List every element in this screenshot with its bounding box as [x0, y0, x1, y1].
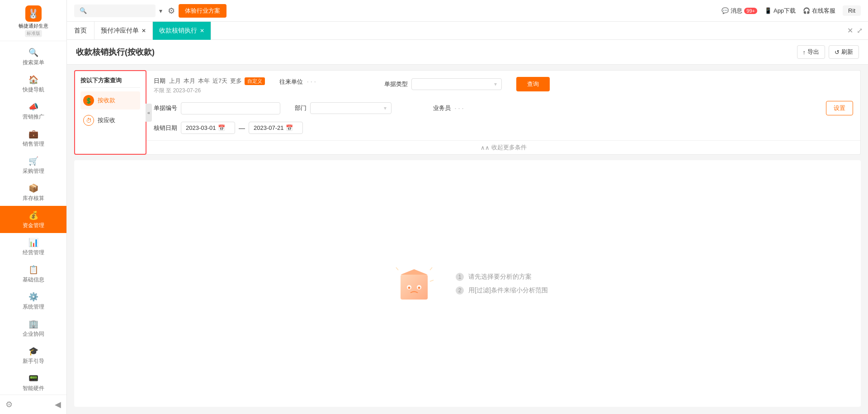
- svg-rect-0: [401, 275, 428, 300]
- date-label-row: 日期 上月 本月 本年 近7天 更多 自定义: [154, 77, 265, 85]
- sidebar-item-funds[interactable]: 💰 资金管理: [0, 206, 66, 233]
- page-content: 收款核销执行(按收款) ↑ 导出 ↺ 刷新 按以下方案查询 💲 按收款: [67, 40, 868, 414]
- tab-expand-icon[interactable]: ⤢: [857, 26, 863, 35]
- date-custom-badge[interactable]: 自定义: [245, 77, 265, 85]
- page-actions: ↑ 导出 ↺ 刷新: [797, 45, 859, 59]
- staff-input[interactable]: ···: [454, 104, 481, 113]
- export-icon: ↑: [803, 49, 806, 56]
- date-shortcut-this-month[interactable]: 本月: [184, 77, 195, 85]
- message-icon: 💬: [722, 7, 729, 14]
- staff-field: 业务员 ···: [433, 104, 481, 113]
- sidebar-item-inventory[interactable]: 📦 库存核算: [0, 179, 66, 206]
- query-type-by-receivable[interactable]: ⏱ 按应收: [80, 111, 140, 129]
- tab-close-all-icon[interactable]: ✕: [847, 26, 853, 35]
- date-shortcut-this-year[interactable]: 本年: [198, 77, 210, 85]
- header-right: 💬 消息 99+ 📱 App下载 🎧 在线客服 Rit: [722, 5, 861, 16]
- app-download-button[interactable]: 📱 App下载: [764, 7, 796, 15]
- step2-num: 2: [456, 286, 464, 295]
- date-field: 日期 上月 本月 本年 近7天 更多 自定义: [154, 77, 265, 95]
- header-dropdown-arrow[interactable]: ▾: [159, 7, 162, 14]
- username-display[interactable]: Rit: [843, 5, 861, 16]
- verify-date-end[interactable]: 2023-07-21 📅: [249, 122, 303, 134]
- basic-info-icon: 📋: [28, 265, 38, 275]
- calendar-start-icon: 📅: [218, 124, 225, 131]
- app-download-label: App下载: [774, 7, 796, 15]
- counterparty-input[interactable]: ···: [307, 77, 343, 86]
- settings-button[interactable]: 设置: [826, 101, 853, 115]
- service-icon: 🎧: [803, 7, 810, 14]
- department-select[interactable]: ▾: [310, 102, 392, 114]
- sidebar-item-sales[interactable]: 💼 销售管理: [0, 124, 66, 152]
- tab-prepay-close[interactable]: ✕: [142, 28, 146, 34]
- svg-point-4: [418, 286, 420, 289]
- department-arrow: ▾: [384, 105, 387, 111]
- sidebar-item-enterprise[interactable]: 🏢 企业协同: [0, 314, 66, 342]
- date-shortcut-more[interactable]: 更多: [230, 77, 242, 85]
- sidebar-item-system[interactable]: ⚙️ 系统管理: [0, 287, 66, 314]
- tab-receipt-verify[interactable]: 收款核销执行 ✕: [153, 22, 211, 40]
- top-header: 🔍 ▾ ⚙ 体验行业方案 💬 消息 99+ 📱 App下载 🎧 在线客服 Rit: [67, 0, 868, 22]
- collapse-more-btn[interactable]: ∧∧ 收起更多条件: [146, 140, 860, 154]
- tab-bar: 首页 预付冲应付单 ✕ 收款核销执行 ✕ ✕ ⤢: [67, 22, 868, 40]
- verify-date-label: 核销日期: [154, 124, 177, 132]
- sidebar-item-quicknav[interactable]: 🏠 快捷导航: [0, 70, 66, 97]
- header-left: 🔍 ▾ ⚙ 体验行业方案: [74, 4, 226, 18]
- sidebar-item-marketing[interactable]: 📣 营销推广: [0, 97, 66, 124]
- logo-badge: 标准版: [25, 30, 42, 37]
- voucher-no-input[interactable]: [181, 102, 280, 114]
- calendar-end-icon: 📅: [286, 124, 293, 131]
- counterparty-label: 往来单位: [279, 78, 303, 86]
- collapse-sidebar-icon[interactable]: ◀: [55, 400, 61, 409]
- svg-line-6: [430, 267, 432, 270]
- query-type-receivable-label: 按应收: [98, 116, 115, 124]
- page-title-bar: 收款核销执行(按收款) ↑ 导出 ↺ 刷新: [67, 40, 868, 65]
- receipt-icon: 💲: [83, 95, 94, 106]
- date-shortcuts: 上月 本月 本年 近7天 更多 自定义: [169, 77, 265, 85]
- online-service-label: 在线客服: [812, 7, 835, 15]
- message-button[interactable]: 💬 消息 99+: [722, 7, 757, 15]
- sidebar-item-operations[interactable]: 📊 经营管理: [0, 233, 66, 260]
- query-button[interactable]: 查询: [516, 77, 550, 91]
- refresh-button[interactable]: ↺ 刷新: [829, 45, 859, 59]
- online-service-button[interactable]: 🎧 在线客服: [803, 7, 835, 15]
- department-label: 部门: [295, 104, 307, 112]
- search-icon-header: 🔍: [80, 7, 87, 14]
- sidebar-item-purchase[interactable]: 🛒 采购管理: [0, 152, 66, 179]
- tab-prepay[interactable]: 预付冲应付单 ✕: [94, 22, 153, 40]
- filter-fields: 日期 上月 本月 本年 近7天 更多 自定义: [146, 71, 860, 140]
- filter-row-3: 核销日期 2023-03-01 📅 — 2023-07-21 📅: [154, 122, 853, 134]
- page-title: 收款核销执行(按收款): [76, 47, 155, 57]
- filter-row-1: 日期 上月 本月 本年 近7天 更多 自定义: [154, 77, 853, 95]
- home-icon: 🏠: [28, 75, 38, 85]
- marketing-icon: 📣: [28, 102, 38, 112]
- voucher-type-select[interactable]: ▾: [411, 78, 502, 90]
- sidebar-item-search[interactable]: 🔍 搜索菜单: [0, 43, 66, 70]
- department-field: 部门 ▾: [295, 102, 392, 114]
- voucher-type-field: 单据类型 ▾ 查询: [384, 77, 550, 91]
- verify-date-start[interactable]: 2023-03-01 📅: [181, 122, 235, 134]
- query-type-by-receipt[interactable]: 💲 按收款: [80, 91, 140, 109]
- empty-illustration: [387, 257, 441, 311]
- tab-home[interactable]: 首页: [67, 22, 94, 40]
- sidebar-item-basic-info[interactable]: 📋 基础信息: [0, 260, 66, 287]
- export-button[interactable]: ↑ 导出: [797, 45, 826, 59]
- sidebar-item-guide[interactable]: 🎓 新手引导: [0, 342, 66, 369]
- collapse-chevron-icon: ∧∧: [481, 144, 490, 151]
- refresh-label: 刷新: [841, 48, 853, 56]
- settings-footer-icon[interactable]: ⚙: [5, 400, 13, 409]
- app-icon: 📱: [764, 7, 772, 14]
- date-shortcut-7days[interactable]: 近7天: [212, 77, 227, 85]
- solution-button[interactable]: 体验行业方案: [179, 4, 226, 18]
- hardware-icon: 📟: [28, 373, 38, 383]
- date-shortcut-last-month[interactable]: 上月: [169, 77, 181, 85]
- inventory-icon: 📦: [28, 183, 38, 193]
- sidebar-item-hardware[interactable]: 📟 智能硬件: [0, 369, 66, 395]
- header-settings-icon[interactable]: ⚙: [168, 6, 175, 16]
- voucher-no-field: 单据编号: [154, 102, 280, 114]
- collapse-more-label: 收起更多条件: [491, 143, 527, 152]
- panel-collapse-btn[interactable]: «: [146, 104, 152, 122]
- tab-receipt-close[interactable]: ✕: [200, 28, 204, 34]
- empty-step-1: 1 请先选择要分析的方案: [456, 273, 548, 281]
- purchase-icon: 🛒: [28, 156, 38, 166]
- sidebar-nav: 🔍 搜索菜单 🏠 快捷导航 📣 营销推广 💼 销售管理 🛒 采购管理 📦 库存核…: [0, 41, 66, 395]
